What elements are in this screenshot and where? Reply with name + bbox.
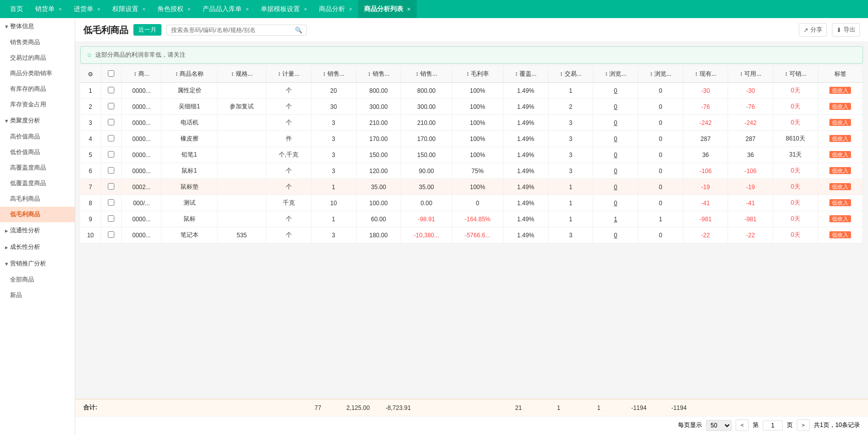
- views1-link[interactable]: 1: [614, 216, 617, 223]
- nav-purchase-close[interactable]: ×: [97, 6, 100, 12]
- sidebar-item-new-goods[interactable]: 新品: [0, 287, 75, 303]
- sidebar-item-in-stock[interactable]: 有库存的商品: [0, 81, 75, 97]
- search-input[interactable]: [171, 27, 295, 34]
- sidebar-item-high-profit[interactable]: 高毛利商品: [0, 191, 75, 207]
- period-button[interactable]: 近一月: [133, 24, 161, 36]
- table-wrapper[interactable]: ⚙ ↕ 商... ↕ 商品名称 ↕ 规格... ↕ 计量... ↕ 销售... …: [75, 66, 868, 399]
- col-code[interactable]: ↕ 商...: [122, 66, 161, 83]
- row-check[interactable]: [108, 103, 114, 109]
- prev-page-button[interactable]: ＜: [736, 419, 749, 431]
- page-size-select[interactable]: 50 100 200: [706, 420, 732, 431]
- nav-role-close[interactable]: ×: [188, 6, 191, 12]
- row-views1[interactable]: 0: [593, 131, 638, 147]
- row-check[interactable]: [108, 231, 114, 238]
- nav-goods-analysis[interactable]: 商品分析 ×: [313, 0, 358, 18]
- nav-template[interactable]: 单据模板设置 ×: [255, 0, 313, 18]
- row-views1[interactable]: 0: [593, 83, 638, 99]
- row-checkbox[interactable]: [101, 147, 121, 163]
- row-views1[interactable]: 0: [593, 147, 638, 163]
- views1-link[interactable]: 0: [614, 168, 617, 175]
- nav-template-close[interactable]: ×: [304, 6, 307, 12]
- col-sellable-days[interactable]: ↕ 可销...: [773, 66, 818, 83]
- views1-link[interactable]: 0: [614, 103, 617, 110]
- sidebar-group-marketing[interactable]: ▾ 营销推广分析: [0, 255, 75, 272]
- sidebar-item-all-goods[interactable]: 全部商品: [0, 272, 75, 287]
- nav-purchase[interactable]: 进货单 ×: [68, 0, 106, 18]
- col-sales-profit[interactable]: ↕ 销售...: [401, 66, 452, 83]
- row-checkbox[interactable]: [101, 115, 121, 131]
- views1-link[interactable]: 0: [614, 200, 617, 207]
- nav-product-in[interactable]: 产品品入库单 ×: [197, 0, 255, 18]
- col-trade-count[interactable]: ↕ 交易...: [548, 66, 593, 83]
- sidebar-group-cluster[interactable]: ▾ 类聚度分析: [0, 112, 75, 129]
- share-button[interactable]: ↗ 分享: [799, 23, 827, 37]
- col-coverage[interactable]: ↕ 覆盖...: [503, 66, 549, 83]
- row-check[interactable]: [108, 167, 114, 174]
- row-checkbox[interactable]: [101, 163, 121, 179]
- page-number-input[interactable]: [763, 420, 783, 430]
- views1-link[interactable]: 0: [614, 87, 617, 94]
- sidebar-item-low-profit[interactable]: 低毛利商品: [0, 207, 75, 222]
- sidebar-group-flow[interactable]: ▸ 流通性分析: [0, 222, 75, 239]
- row-checkbox[interactable]: [101, 179, 121, 195]
- col-views1[interactable]: ↕ 浏览...: [593, 66, 638, 83]
- views1-link[interactable]: 0: [614, 119, 617, 126]
- sidebar-item-category-rate[interactable]: 商品分类助销率: [0, 66, 75, 81]
- col-gross-rate[interactable]: ↕ 毛利率: [452, 66, 503, 83]
- sidebar-item-low-coverage[interactable]: 低覆盖度商品: [0, 176, 75, 191]
- row-check[interactable]: [108, 151, 114, 158]
- row-views1[interactable]: 0: [593, 179, 638, 195]
- col-tag[interactable]: 标签: [818, 66, 862, 83]
- col-checkbox[interactable]: [101, 66, 121, 83]
- row-checkbox[interactable]: [101, 99, 121, 115]
- select-all-checkbox[interactable]: [108, 70, 114, 77]
- row-checkbox[interactable]: [101, 131, 121, 147]
- row-views1[interactable]: 0: [593, 115, 638, 131]
- row-views1[interactable]: 0: [593, 99, 638, 115]
- sidebar-group-overall[interactable]: ▾ 整体信息: [0, 18, 75, 35]
- nav-permission-close[interactable]: ×: [142, 6, 145, 12]
- row-checkbox[interactable]: [101, 195, 121, 211]
- row-check[interactable]: [108, 135, 114, 141]
- row-check[interactable]: [108, 87, 114, 93]
- views1-link[interactable]: 0: [614, 232, 617, 239]
- col-sales-amount[interactable]: ↕ 销售...: [356, 66, 401, 83]
- col-name[interactable]: ↕ 商品名称: [161, 66, 218, 83]
- col-views2[interactable]: ↕ 浏览...: [638, 66, 683, 83]
- nav-sales[interactable]: 销货单 ×: [29, 0, 68, 18]
- views1-link[interactable]: 0: [614, 152, 617, 159]
- row-views1[interactable]: 0: [593, 195, 638, 211]
- nav-goods-analysis-list[interactable]: 商品分析列表 ×: [358, 0, 416, 18]
- nav-sales-close[interactable]: ×: [59, 6, 62, 12]
- row-views1[interactable]: 0: [593, 163, 638, 179]
- row-check[interactable]: [108, 215, 114, 222]
- nav-role[interactable]: 角色授权 ×: [151, 0, 197, 18]
- col-settings[interactable]: ⚙: [80, 66, 101, 83]
- col-usable-stock[interactable]: ↕ 可用...: [728, 66, 773, 83]
- sidebar-item-high-value[interactable]: 高价值商品: [0, 129, 75, 144]
- sidebar-item-sales-goods[interactable]: 销售类商品: [0, 35, 75, 50]
- nav-home[interactable]: 首页: [4, 0, 29, 18]
- sidebar-item-high-coverage[interactable]: 高覆盖度商品: [0, 160, 75, 176]
- row-check[interactable]: [108, 183, 114, 190]
- col-spec[interactable]: ↕ 规格...: [218, 66, 266, 83]
- row-check[interactable]: [108, 119, 114, 125]
- row-views1[interactable]: 0: [593, 227, 638, 243]
- next-page-button[interactable]: ＞: [797, 419, 810, 431]
- nav-permission[interactable]: 权限设置 ×: [106, 0, 151, 18]
- views1-link[interactable]: 0: [614, 184, 617, 191]
- sidebar-item-traded-goods[interactable]: 交易过的商品: [0, 50, 75, 66]
- export-button[interactable]: ⬇ 导出: [832, 23, 860, 37]
- row-check[interactable]: [108, 199, 114, 206]
- col-current-stock[interactable]: ↕ 现有...: [683, 66, 728, 83]
- sidebar-item-stock-fund[interactable]: 库存资金占用: [0, 97, 75, 112]
- row-views1[interactable]: 1: [593, 211, 638, 227]
- row-checkbox[interactable]: [101, 83, 121, 99]
- views1-link[interactable]: 0: [614, 135, 617, 142]
- row-checkbox[interactable]: [101, 211, 121, 227]
- col-unit[interactable]: ↕ 计量...: [266, 66, 311, 83]
- nav-goods-analysis-list-close[interactable]: ×: [407, 6, 410, 12]
- row-checkbox[interactable]: [101, 227, 121, 243]
- nav-product-in-close[interactable]: ×: [246, 6, 249, 12]
- sidebar-group-growth[interactable]: ▸ 成长性分析: [0, 239, 75, 255]
